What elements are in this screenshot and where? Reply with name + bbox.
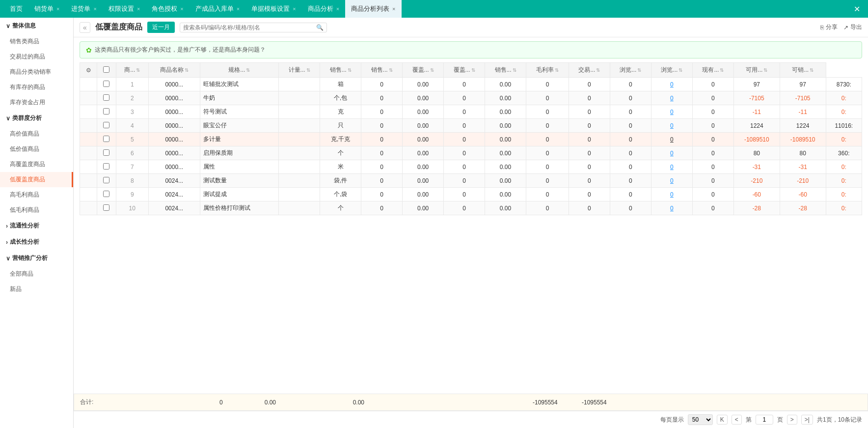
search-input[interactable] (183, 24, 314, 31)
sort-icon[interactable]: ⇅ (555, 67, 559, 73)
sidebar-item-low-margin[interactable]: 低毛利商品 (0, 202, 73, 218)
nav-tab-analysis[interactable]: 商品分析 × (302, 0, 345, 18)
sidebar-item-traded-goods[interactable]: 交易过的商品 (0, 49, 73, 64)
close-icon[interactable]: × (93, 6, 96, 12)
last-page-button[interactable]: >| (801, 415, 813, 425)
export-button[interactable]: ↗ 导出 (843, 23, 862, 31)
row-view1[interactable]: 0 (651, 119, 692, 133)
row-stock2: -7105 (780, 91, 826, 105)
sidebar-item-high-margin[interactable]: 高毛利商品 (0, 187, 73, 202)
row-checkbox[interactable] (103, 122, 109, 128)
row-checkbox[interactable] (103, 177, 109, 183)
row-view1[interactable]: 0 (651, 91, 692, 105)
nav-tab-template[interactable]: 单据模板设置 × (245, 0, 301, 18)
row-stock3: 11016: (826, 119, 862, 133)
prev-page-button[interactable]: < (732, 415, 742, 425)
sidebar-item-high-value[interactable]: 高价值商品 (0, 126, 73, 142)
share-button[interactable]: ⎘ 分享 (820, 23, 838, 31)
row-view1[interactable]: 0 (651, 188, 692, 201)
sidebar-group-cluster[interactable]: ∨ 类群度分析 (0, 110, 73, 126)
sort-icon[interactable]: ⇅ (596, 67, 600, 73)
row-name: 测试数量 (200, 174, 279, 188)
chevron-down-icon: ∨ (6, 23, 10, 29)
row-checkbox[interactable] (103, 136, 109, 142)
sort-icon[interactable]: ⇅ (430, 67, 434, 73)
sidebar-item-high-coverage[interactable]: 高覆盖度商品 (0, 157, 73, 172)
sidebar-group-growth[interactable]: › 成长性分析 (0, 234, 73, 250)
next-page-button[interactable]: > (787, 415, 797, 425)
sort-icon[interactable]: ⇅ (810, 67, 814, 73)
sidebar-item-low-coverage[interactable]: 低覆盖度商品 (0, 172, 73, 187)
nav-tab-warehouse[interactable]: 产成品入库单 × (190, 0, 245, 18)
close-icon[interactable]: × (180, 6, 183, 12)
row-view1[interactable]: 0 (651, 160, 692, 174)
row-sales3: 0 (526, 119, 569, 133)
sort-icon[interactable]: ⇅ (637, 67, 641, 73)
row-checkbox[interactable] (103, 163, 109, 170)
row-view2: 0 (692, 146, 733, 160)
sidebar-item-all-goods[interactable]: 全部商品 (0, 266, 73, 282)
row-checkbox[interactable] (103, 191, 109, 197)
sidebar-item-new-goods[interactable]: 新品 (0, 282, 73, 297)
row-view1[interactable]: 0 (651, 201, 692, 215)
row-checkbox[interactable] (103, 108, 109, 114)
row-stock1: -7105 (733, 91, 780, 105)
row-checkbox[interactable] (103, 149, 109, 156)
nav-tab-home[interactable]: 首页 (4, 0, 28, 18)
sort-icon[interactable]: ⇅ (306, 67, 310, 73)
sort-icon[interactable]: ⇅ (246, 67, 250, 73)
sort-icon[interactable]: ⇅ (720, 67, 724, 73)
row-cover1: 0 (444, 91, 485, 105)
sidebar-collapse-button[interactable]: « (80, 22, 90, 33)
sidebar-item-category-rate[interactable]: 商品分类动销率 (0, 64, 73, 80)
nav-tab-purchase[interactable]: 进货单 × (65, 0, 102, 18)
row-view1[interactable]: 0 (651, 105, 692, 119)
sort-icon[interactable]: ⇅ (136, 67, 140, 73)
per-page-select[interactable]: 50 100 200 (688, 414, 713, 425)
nav-tab-permissions[interactable]: 权限设置 × (103, 0, 146, 18)
window-close-button[interactable]: ✕ (850, 4, 864, 14)
sort-icon[interactable]: ⇅ (348, 67, 352, 73)
select-all-checkbox[interactable] (103, 66, 109, 73)
close-icon[interactable]: × (336, 6, 339, 12)
row-checkbox[interactable] (103, 94, 109, 101)
close-icon[interactable]: × (293, 6, 296, 12)
row-checkbox-cell (97, 133, 116, 146)
sidebar-item-stocked-goods[interactable]: 有库存的商品 (0, 80, 73, 95)
row-spec (279, 201, 320, 215)
nav-tab-sales[interactable]: 销货单 × (28, 0, 65, 18)
row-sales-amt: 0.00 (403, 201, 444, 215)
sort-icon[interactable]: ⇅ (389, 67, 393, 73)
search-icon[interactable]: 🔍 (316, 24, 324, 31)
nav-tab-roles[interactable]: 角色授权 × (146, 0, 189, 18)
sort-icon[interactable]: ⇅ (678, 67, 682, 73)
filter-recent-month-button[interactable]: 近一月 (147, 22, 175, 33)
nav-tab-analysis-list[interactable]: 商品分析列表 × (345, 0, 401, 18)
sidebar-item-sales-goods[interactable]: 销售类商品 (0, 34, 73, 49)
sort-icon[interactable]: ⇅ (185, 67, 189, 73)
sort-icon[interactable]: ⇅ (513, 67, 516, 73)
sidebar-item-low-value[interactable]: 低价值商品 (0, 142, 73, 157)
row-spec (279, 146, 320, 160)
sidebar-group-marketing[interactable]: ∨ 营销推广分析 (0, 250, 73, 266)
close-icon[interactable]: × (392, 6, 395, 12)
close-icon[interactable]: × (237, 6, 240, 12)
sort-icon[interactable]: ⇅ (763, 67, 767, 73)
first-page-button[interactable]: K (717, 415, 728, 425)
row-view1[interactable]: 0 (651, 146, 692, 160)
sort-icon[interactable]: ⇅ (471, 67, 475, 73)
row-checkbox[interactable] (103, 204, 109, 211)
sidebar-group-flow[interactable]: › 流通性分析 (0, 218, 73, 234)
row-view1[interactable]: 0 (651, 174, 692, 188)
close-icon[interactable]: × (137, 6, 140, 12)
sidebar-item-capital[interactable]: 库存资金占用 (0, 95, 73, 110)
row-unit: 袋,件 (320, 174, 361, 188)
close-icon[interactable]: × (56, 6, 59, 12)
row-view1[interactable]: 0 (651, 133, 692, 146)
row-view1[interactable]: 0 (651, 78, 692, 91)
col-settings[interactable]: ⚙ (80, 63, 97, 78)
row-checkbox[interactable] (103, 81, 109, 87)
row-sales-qty: 0 (361, 105, 403, 119)
page-number-input[interactable] (756, 415, 773, 425)
sidebar-group-overall[interactable]: ∨ 整体信息 (0, 18, 73, 34)
